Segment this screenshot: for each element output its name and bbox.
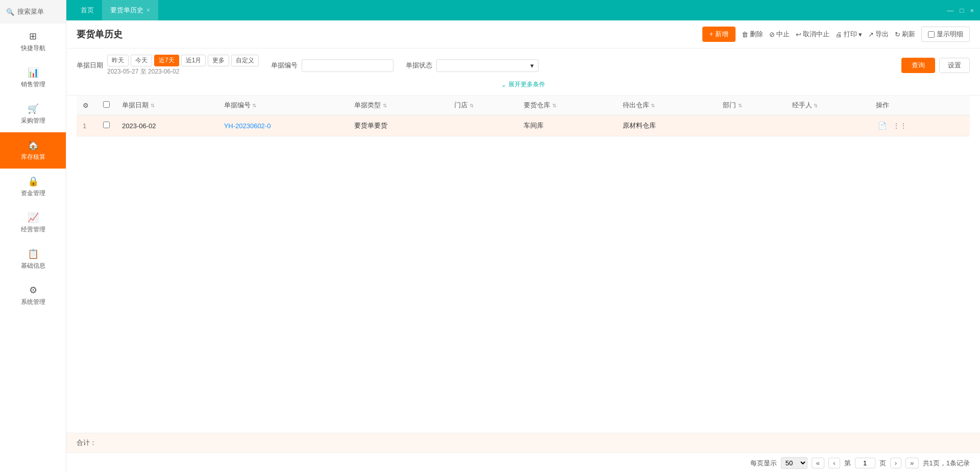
sidebar-item-sales[interactable]: 📊 销售管理 [0, 60, 66, 96]
next-page-btn[interactable]: › [890, 458, 901, 468]
close-window-btn[interactable]: × [970, 7, 974, 14]
data-table: ⚙ 单据日期 ⇅ 单据编号 ⇅ 单据类型 [77, 96, 970, 136]
sidebar-item-label: 库存核算 [21, 153, 45, 161]
active-tab[interactable]: 要货单历史 × [102, 0, 158, 20]
filter-settings-button[interactable]: 设置 [939, 58, 970, 73]
filter-area: 单据日期 昨天 今天 近7天 近1月 更多 自定义 2023-05-27 至 2… [66, 49, 980, 96]
home-tab-label: 首页 [81, 6, 94, 15]
print-button[interactable]: 🖨 打印 ▾ [836, 30, 862, 39]
stop-button[interactable]: ⊘ 中止 [769, 30, 790, 39]
date-range-text: 2023-05-27 至 2023-06-02 [107, 67, 259, 76]
td-row-num: 1 [77, 115, 97, 136]
yesterday-btn[interactable]: 昨天 [107, 55, 129, 66]
sidebar-item-inventory[interactable]: 🏠 库存核算 [0, 132, 66, 169]
row-edit-btn[interactable]: 📄 [876, 121, 889, 131]
th-order-no[interactable]: 单据编号 ⇅ [218, 96, 348, 115]
sort-icon: ⇅ [814, 103, 818, 108]
print-icon: 🖨 [836, 31, 842, 38]
home-tab[interactable]: 首页 [72, 0, 102, 20]
page-label-after: 页 [879, 459, 886, 468]
display-detail-button[interactable]: 显示明细 [921, 27, 970, 42]
th-pending-warehouse-label: 待出仓库 [623, 101, 649, 109]
row-checkbox[interactable] [103, 122, 110, 128]
page-title: 要货单历史 [77, 28, 702, 40]
custom-date-btn[interactable]: 自定义 [231, 55, 259, 66]
delete-button[interactable]: 🗑 删除 [742, 30, 763, 39]
row-more-btn[interactable]: ⋮⋮ [891, 121, 909, 131]
th-handler[interactable]: 经手人 ⇅ [786, 96, 870, 115]
sidebar-item-purchase[interactable]: 🛒 采购管理 [0, 96, 66, 132]
th-settings[interactable]: ⚙ [77, 96, 97, 115]
sort-icon: ⇅ [738, 103, 742, 108]
th-date[interactable]: 单据日期 ⇅ [116, 96, 218, 115]
expand-more[interactable]: ⌄ 展开更多条件 [77, 80, 970, 89]
today-btn[interactable]: 今天 [131, 55, 152, 66]
topbar: 首页 要货单历史 × — □ × [66, 0, 980, 20]
export-button[interactable]: ↗ 导出 [868, 30, 889, 39]
last1month-btn[interactable]: 近1月 [181, 55, 206, 66]
status-filter-item: 单据状态 ▾ [406, 59, 538, 72]
cancel-stop-button[interactable]: ↩ 取消中止 [796, 30, 829, 39]
sidebar-search-label: 搜索菜单 [17, 7, 44, 16]
select-all-checkbox[interactable] [103, 101, 110, 108]
sidebar-item-basic-info[interactable]: 📋 基础信息 [0, 241, 66, 277]
minimize-btn[interactable]: — [947, 7, 954, 14]
th-store[interactable]: 门店 ⇅ [448, 96, 518, 115]
basic-info-icon: 📋 [28, 248, 39, 259]
last7days-btn[interactable]: 近7天 [154, 55, 179, 66]
first-page-btn[interactable]: « [812, 458, 824, 468]
th-order-no-label: 单据编号 [224, 101, 251, 109]
page-label-before: 第 [844, 459, 851, 468]
order-no-label: 单据编号 [271, 61, 298, 70]
footer-bar: 合计： [66, 433, 980, 453]
td-actions: 📄 ⋮⋮ [870, 115, 970, 136]
sidebar-search[interactable]: 🔍 搜索菜单 [0, 0, 66, 23]
page-number-input[interactable] [855, 458, 875, 468]
td-store [448, 115, 518, 136]
td-type: 要货单要货 [348, 115, 448, 136]
sidebar-item-label: 系统管理 [21, 298, 45, 306]
more-date-btn[interactable]: 更多 [208, 55, 229, 66]
sidebar-item-operations[interactable]: 📈 经营管理 [0, 205, 66, 241]
sidebar: 🔍 搜索菜单 ⊞ 快捷导航 📊 销售管理 🛒 采购管理 🏠 库存核算 🔒 资金管… [0, 0, 66, 473]
order-no-input[interactable] [302, 59, 394, 72]
status-select[interactable]: ▾ [436, 59, 538, 72]
sidebar-item-finance[interactable]: 🔒 资金管理 [0, 169, 66, 205]
last-page-btn[interactable]: » [905, 458, 918, 468]
td-order-no[interactable]: YH-20230602-0 [218, 115, 348, 136]
td-date: 2023-06-02 [116, 115, 218, 136]
filter-row-1: 单据日期 昨天 今天 近7天 近1月 更多 自定义 2023-05-27 至 2… [77, 55, 970, 76]
chevron-down-icon: ▾ [859, 31, 862, 38]
th-actions: 操作 [870, 96, 970, 115]
query-button[interactable]: 查询 [901, 58, 935, 73]
page-size-select[interactable]: 50 100 200 [781, 457, 807, 469]
th-type[interactable]: 单据类型 ⇅ [348, 96, 448, 115]
inventory-icon: 🏠 [28, 139, 39, 151]
th-req-warehouse-label: 要货仓库 [524, 101, 550, 109]
sidebar-item-label: 基础信息 [21, 262, 45, 270]
topbar-right: — □ × [947, 7, 974, 14]
maximize-btn[interactable]: □ [960, 7, 964, 14]
th-department[interactable]: 部门 ⇅ [717, 96, 786, 115]
prev-page-btn[interactable]: ‹ [828, 458, 840, 468]
new-button[interactable]: + 新增 [702, 27, 736, 42]
th-pending-warehouse[interactable]: 待出仓库 ⇅ [617, 96, 717, 115]
order-no-link[interactable]: YH-20230602-0 [224, 122, 271, 130]
sidebar-item-quick-nav[interactable]: ⊞ 快捷导航 [0, 23, 66, 60]
close-tab-icon[interactable]: × [146, 7, 150, 14]
th-req-warehouse[interactable]: 要货仓库 ⇅ [518, 96, 616, 115]
sidebar-item-system[interactable]: ⚙ 系统管理 [0, 277, 66, 314]
operations-icon: 📈 [28, 212, 39, 223]
th-department-label: 部门 [723, 101, 736, 109]
table-row[interactable]: 1 2023-06-02 YH-20230602-0 要货单要货 车间库 原材料… [77, 115, 970, 136]
sort-icon: ⇅ [470, 103, 474, 108]
sort-icon: ⇅ [651, 103, 655, 108]
th-handler-label: 经手人 [792, 101, 812, 109]
td-pending-warehouse: 原材料仓库 [617, 115, 717, 136]
status-filter-label: 单据状态 [406, 61, 432, 70]
refresh-button[interactable]: ↻ 刷新 [895, 30, 915, 39]
sidebar-item-label: 资金管理 [21, 189, 45, 198]
display-detail-checkbox[interactable] [928, 31, 935, 38]
td-handler [786, 115, 870, 136]
page-size-label: 每页显示 [750, 459, 777, 468]
